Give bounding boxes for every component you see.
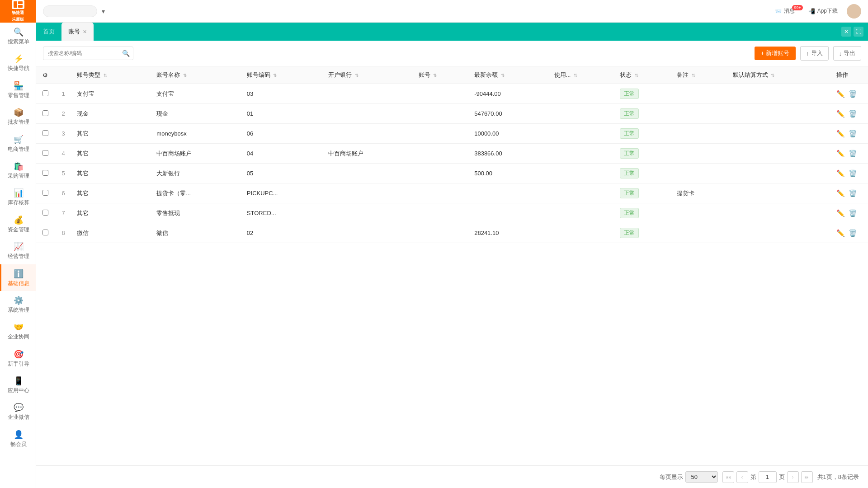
row-balance-2: 10000.00 [470,124,549,144]
delete-icon-0[interactable]: 🗑️ [849,90,857,98]
sidebar-item-new-guide[interactable]: 🎯 新手引导 [0,345,36,371]
message-button[interactable]: 📨 消息 99+ [775,7,799,15]
sidebar-item-member[interactable]: 👤 畅会员 [0,425,36,452]
col-status[interactable]: 状态 ⇅ [615,66,672,84]
sidebar-item-enterprise-agreement[interactable]: 🤝 企业协同 [0,318,36,344]
edit-icon-0[interactable]: ✏️ [836,90,845,98]
sidebar-item-enterprise-wechat[interactable]: 💬 企业微信 [0,398,36,425]
tab-home[interactable]: 首页 [36,23,61,41]
row-checkbox-input-7[interactable] [42,230,48,235]
delete-icon-5[interactable]: 🗑️ [849,189,857,197]
sidebar-item-search-menu[interactable]: 🔍 搜索菜单 [0,23,36,49]
row-checkbox-7[interactable] [36,223,54,243]
edit-icon-7[interactable]: ✏️ [836,229,845,237]
row-remark-1 [672,104,728,124]
row-settlement-3 [728,144,832,164]
col-bank[interactable]: 开户银行 ⇅ [324,66,414,84]
import-button[interactable]: ↑ 导入 [800,46,829,61]
sidebar-item-inventory-calc[interactable]: 📊 库存核算 [0,183,36,210]
account-search-input[interactable] [43,47,133,60]
next-page-button[interactable]: › [787,471,799,483]
add-account-button[interactable]: + 新增账号 [755,47,796,60]
row-checkbox-4[interactable] [36,164,54,183]
sidebar-label-operation-manage: 经营管理 [8,253,29,259]
row-usage-7 [550,223,615,243]
col-usage[interactable]: 使用... ⇅ [550,66,615,84]
row-account-name-5: 提货卡（零... [152,183,242,203]
status-badge-2: 正常 [620,128,639,139]
edit-icon-1[interactable]: ✏️ [836,110,845,118]
status-badge-1: 正常 [620,108,639,119]
delete-icon-1[interactable]: 🗑️ [849,110,857,118]
row-checkbox-input-2[interactable] [42,130,48,136]
table-row: 3 其它 moneybosx 06 10000.00 正常 ✏️ 🗑️ [36,124,868,144]
topbar-search-input[interactable] [43,5,97,17]
sidebar-item-app-center[interactable]: 📱 应用中心 [0,371,36,398]
delete-icon-7[interactable]: 🗑️ [849,229,857,237]
row-checkbox-input-4[interactable] [42,170,48,176]
row-account-code-2: 06 [242,124,324,144]
row-checkbox-5[interactable] [36,183,54,203]
sidebar-item-system-manage[interactable]: ⚙️ 系统管理 [0,291,36,318]
row-checkbox-input-3[interactable] [42,150,48,156]
message-badge: 99+ [792,5,802,10]
col-account-no[interactable]: 账号 ⇅ [414,66,470,84]
col-settings[interactable]: ⚙ [36,66,54,84]
sidebar-item-ecommerce-manage[interactable]: 🛒 电商管理 [0,130,36,157]
delete-icon-3[interactable]: 🗑️ [849,150,857,158]
sidebar-item-retail-manage[interactable]: 🏪 零售管理 [0,76,36,103]
sidebar-item-basic-info[interactable]: ℹ️ 基础信息 [0,264,36,291]
search-icon[interactable]: 🔍 [122,50,130,57]
row-checkbox-0[interactable] [36,84,54,104]
sidebar-item-purchase-manage[interactable]: 🛍️ 采购管理 [0,157,36,183]
tab-close-account[interactable]: ✕ [83,29,87,35]
col-balance[interactable]: 最新余额 ⇅ [470,66,549,84]
topbar-dropdown-icon[interactable]: ▾ [102,8,105,15]
row-checkbox-1[interactable] [36,104,54,124]
last-page-button[interactable]: ⏭ [801,471,813,483]
row-checkbox-input-6[interactable] [42,210,48,216]
col-account-code[interactable]: 账号编码 ⇅ [242,66,324,84]
enterprise-wechat-icon: 💬 [14,403,24,413]
tab-expand-button[interactable]: ⛶ [854,27,863,37]
row-bank-1 [324,104,414,124]
sidebar-item-quick-nav[interactable]: ⚡ 快捷导航 [0,49,36,76]
user-avatar[interactable] [847,4,861,19]
row-checkbox-2[interactable] [36,124,54,144]
row-account-no-0 [414,84,470,104]
first-page-button[interactable]: ⏮ [722,471,734,483]
col-default-settlement[interactable]: 默认结算方式 ⇅ [728,66,832,84]
col-remark[interactable]: 备注 ⇅ [672,66,728,84]
row-checkbox-input-1[interactable] [42,110,48,116]
edit-icon-5[interactable]: ✏️ [836,189,845,197]
per-page-select[interactable]: 50 20 100 [685,471,718,483]
tab-close-all-button[interactable]: ✕ [841,27,851,37]
export-button[interactable]: ↓ 导出 [833,46,862,61]
page-number-input[interactable] [759,471,777,483]
edit-icon-4[interactable]: ✏️ [836,169,845,178]
row-checkbox-input-0[interactable] [42,90,48,96]
row-checkbox-6[interactable] [36,203,54,223]
sidebar-item-fund-manage[interactable]: 💰 资金管理 [0,211,36,237]
col-account-type[interactable]: 账号类型 ⇅ [72,66,152,84]
prev-page-button[interactable]: ‹ [736,471,748,483]
row-account-type-1: 现金 [72,104,152,124]
row-bank-2 [324,124,414,144]
row-settlement-7 [728,223,832,243]
page-prefix: 第 [750,473,756,481]
col-account-name[interactable]: 账号名称 ⇅ [152,66,242,84]
row-checkbox-input-5[interactable] [42,190,48,196]
sidebar-item-operation-manage[interactable]: 📈 经营管理 [0,237,36,264]
edit-icon-3[interactable]: ✏️ [836,150,845,158]
svg-rect-2 [18,5,23,8]
sidebar-item-wholesale-manage[interactable]: 📦 批发管理 [0,103,36,130]
delete-icon-4[interactable]: 🗑️ [849,169,857,178]
row-usage-1 [550,104,615,124]
tab-account[interactable]: 账号✕ [61,23,94,41]
delete-icon-6[interactable]: 🗑️ [849,209,857,217]
edit-icon-6[interactable]: ✏️ [836,209,845,217]
edit-icon-2[interactable]: ✏️ [836,130,845,138]
app-download-button[interactable]: 📲 App下载 [808,7,838,15]
row-checkbox-3[interactable] [36,144,54,164]
delete-icon-2[interactable]: 🗑️ [849,130,857,138]
